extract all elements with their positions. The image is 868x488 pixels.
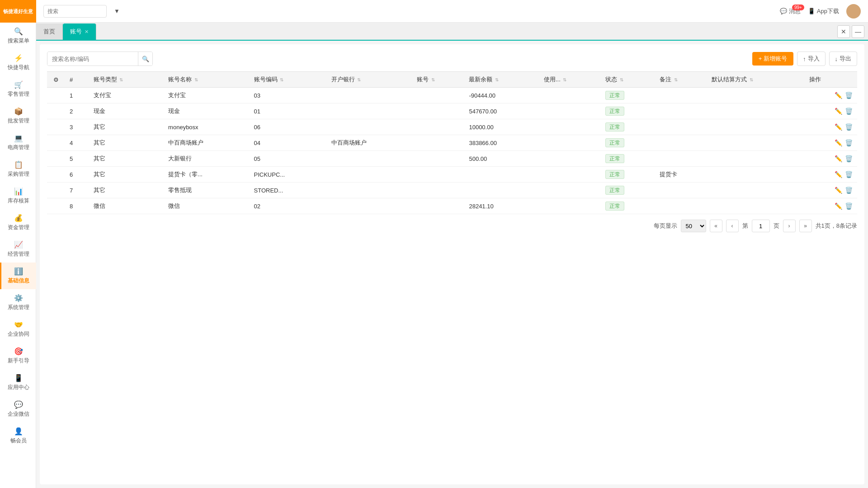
- tab-account[interactable]: 账号 ✕: [63, 23, 96, 40]
- col-account-name[interactable]: 账号名称 ⇅: [164, 72, 249, 88]
- current-page-input[interactable]: [752, 220, 770, 232]
- edit-icon[interactable]: ✏️: [835, 139, 842, 146]
- cell-index: 4: [65, 135, 89, 151]
- col-status[interactable]: 状态 ⇅: [601, 72, 655, 88]
- tab-close-all-button[interactable]: ✕: [837, 25, 850, 38]
- cell-remark: [655, 151, 707, 167]
- quick-nav-icon: ⚡: [14, 54, 23, 62]
- inventory-icon: 📊: [14, 187, 23, 196]
- sidebar-item-purchase-mgmt[interactable]: 📋 采购管理: [0, 156, 36, 183]
- message-button[interactable]: 💬 消息 99+: [780, 7, 801, 15]
- edit-icon[interactable]: ✏️: [835, 171, 842, 178]
- import-button[interactable]: ↑ 导入: [797, 52, 826, 66]
- search-button[interactable]: 🔍: [138, 52, 152, 66]
- sidebar-item-inventory[interactable]: 📊 库存核算: [0, 183, 36, 209]
- page-size-select[interactable]: 50 10 20 100: [681, 220, 706, 232]
- cell-index: 8: [65, 198, 89, 214]
- sidebar-item-basic-info[interactable]: ℹ️ 基础信息: [0, 263, 36, 289]
- table-header-row: ⚙ # 账号类型 ⇅ 账号名称 ⇅ 账号编码 ⇅ 开户银行 ⇅ 账号 ⇅ 最新余…: [47, 72, 857, 88]
- sidebar-item-system-mgmt[interactable]: ⚙️ 系统管理: [0, 289, 36, 316]
- cell-account-code: 04: [250, 135, 327, 151]
- cell-account-no: [412, 88, 464, 103]
- delete-icon[interactable]: 🗑️: [845, 139, 853, 146]
- edit-icon[interactable]: ✏️: [835, 202, 842, 210]
- last-page-button[interactable]: »: [799, 220, 812, 232]
- edit-icon[interactable]: ✏️: [835, 187, 842, 194]
- dropdown-button[interactable]: ▼: [114, 8, 120, 14]
- first-page-button[interactable]: «: [710, 220, 722, 232]
- cell-account-name: 零售抵现: [164, 183, 249, 198]
- sidebar-item-ecommerce-mgmt[interactable]: 💻 电商管理: [0, 129, 36, 156]
- sidebar-item-app-center[interactable]: 📱 应用中心: [0, 369, 36, 396]
- tab-close-button[interactable]: ✕: [85, 29, 89, 35]
- cell-account-type: 支付宝: [89, 88, 164, 103]
- edit-icon[interactable]: ✏️: [835, 108, 842, 115]
- delete-icon[interactable]: 🗑️: [845, 155, 853, 162]
- delete-icon[interactable]: 🗑️: [845, 202, 853, 210]
- sidebar-item-enterprise-agreement[interactable]: 🤝 企业协同: [0, 316, 36, 343]
- cell-bank: [327, 119, 412, 135]
- delete-icon[interactable]: 🗑️: [845, 187, 853, 194]
- delete-icon[interactable]: 🗑️: [845, 123, 853, 131]
- avatar[interactable]: [846, 4, 861, 19]
- search-input[interactable]: [47, 52, 138, 66]
- sidebar-item-enterprise-wechat[interactable]: 💬 企业微信: [0, 396, 36, 422]
- edit-icon[interactable]: ✏️: [835, 92, 842, 99]
- sidebar-item-operations-mgmt[interactable]: 📈 经营管理: [0, 236, 36, 263]
- col-account-code[interactable]: 账号编码 ⇅: [250, 72, 327, 88]
- cell-usage: [539, 151, 601, 167]
- export-button[interactable]: ↓ 导出: [829, 52, 858, 66]
- cell-index: 6: [65, 167, 89, 183]
- col-usage[interactable]: 使用... ⇅: [539, 72, 601, 88]
- prev-page-button[interactable]: ‹: [726, 220, 739, 232]
- cell-account-no: [412, 167, 464, 183]
- edit-icon[interactable]: ✏️: [835, 155, 842, 162]
- sidebar-item-search-menu[interactable]: 🔍 搜索菜单: [0, 23, 36, 49]
- next-page-button[interactable]: ›: [783, 220, 796, 232]
- cell-usage: [539, 119, 601, 135]
- sidebar-item-quick-nav[interactable]: ⚡ 快捷导航: [0, 49, 36, 76]
- delete-icon[interactable]: 🗑️: [845, 171, 853, 178]
- accounts-table: ⚙ # 账号类型 ⇅ 账号名称 ⇅ 账号编码 ⇅ 开户银行 ⇅ 账号 ⇅ 最新余…: [47, 71, 857, 214]
- phone-icon: 📱: [808, 8, 815, 14]
- cell-account-code: 02: [250, 198, 327, 214]
- cell-account-no: [412, 151, 464, 167]
- add-account-button[interactable]: + 新增账号: [752, 52, 793, 66]
- col-account-no[interactable]: 账号 ⇅: [412, 72, 464, 88]
- cell-settings: [47, 88, 65, 103]
- sidebar-item-beginner-guide[interactable]: 🎯 新手引导: [0, 343, 36, 369]
- col-settings[interactable]: ⚙: [47, 72, 65, 88]
- app-center-icon: 📱: [14, 374, 23, 382]
- top-search-input[interactable]: [43, 5, 107, 18]
- sidebar-item-retail-mgmt[interactable]: 🛒 零售管理: [0, 76, 36, 103]
- tab-home[interactable]: 首页: [36, 23, 63, 40]
- app-download-button[interactable]: 📱 App下载: [808, 7, 839, 15]
- cell-default-settlement: [707, 151, 805, 167]
- header-right: 💬 消息 99+ 📱 App下载: [780, 4, 861, 19]
- sidebar-item-capital-mgmt[interactable]: 💰 资金管理: [0, 209, 36, 236]
- cell-latest-balance: 383866.00: [464, 135, 539, 151]
- cell-bank: [327, 151, 412, 167]
- top-header: ▼ 💬 消息 99+ 📱 App下载: [36, 0, 868, 23]
- delete-icon[interactable]: 🗑️: [845, 108, 853, 115]
- cell-index: 1: [65, 88, 89, 103]
- cell-settings: [47, 119, 65, 135]
- col-latest-balance[interactable]: 最新余额 ⇅: [464, 72, 539, 88]
- cell-account-no: [412, 198, 464, 214]
- col-account-type[interactable]: 账号类型 ⇅: [89, 72, 164, 88]
- sidebar-item-member[interactable]: 👤 畅会员: [0, 422, 36, 449]
- tab-controls: ✕ —: [835, 23, 868, 40]
- col-bank[interactable]: 开户银行 ⇅: [327, 72, 412, 88]
- table-row: 7 其它 零售抵现 STORED... 正常 ✏️ 🗑️: [47, 183, 857, 198]
- cell-bank: 中百商场账户: [327, 135, 412, 151]
- wholesale-mgmt-icon: 📦: [14, 107, 23, 116]
- sidebar-item-wholesale-mgmt[interactable]: 📦 批发管理: [0, 103, 36, 129]
- tab-minimize-button[interactable]: —: [852, 25, 864, 38]
- col-remark[interactable]: 备注 ⇅: [655, 72, 707, 88]
- col-default-settlement[interactable]: 默认结算方式 ⇅: [707, 72, 805, 88]
- delete-icon[interactable]: 🗑️: [845, 92, 853, 99]
- edit-icon[interactable]: ✏️: [835, 123, 842, 131]
- cell-default-settlement: [707, 167, 805, 183]
- cell-usage: [539, 103, 601, 119]
- cell-default-settlement: [707, 183, 805, 198]
